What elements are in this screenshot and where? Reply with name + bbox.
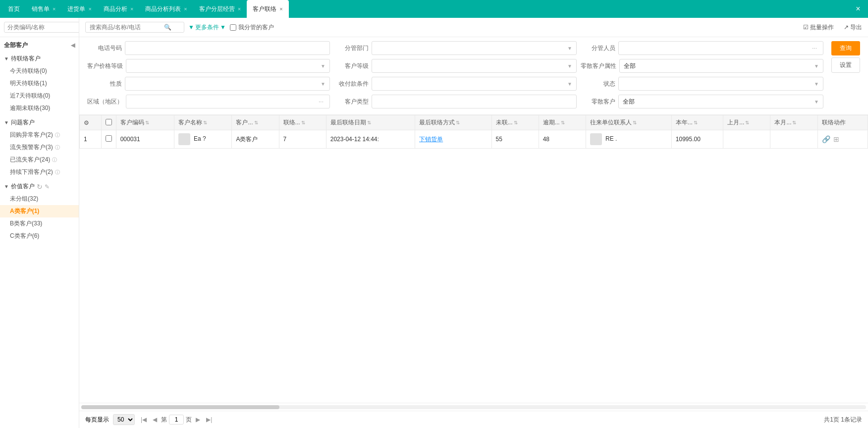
- phone-input[interactable]: [125, 41, 330, 55]
- dept-field: 分管部门 ▼: [334, 41, 577, 55]
- sidebar-item-churn-warning[interactable]: 流失预警客户(3) ⓘ: [0, 141, 79, 154]
- status-select[interactable]: ▼: [618, 77, 823, 91]
- customer-level-select[interactable]: ▼: [372, 59, 577, 73]
- close-customer-tier-tab[interactable]: ×: [238, 6, 241, 12]
- nature-select[interactable]: ▼: [125, 77, 330, 91]
- page-size-select[interactable]: 50: [113, 414, 135, 425]
- close-all-button[interactable]: ×: [852, 3, 864, 15]
- sort-this-year-icon[interactable]: ⇅: [694, 120, 698, 125]
- sidebar-item-class-c[interactable]: C类客户(6): [0, 230, 79, 242]
- sidebar-item-abnormal[interactable]: 回购异常客户(2) ⓘ: [0, 129, 79, 141]
- cell-checkbox[interactable]: [101, 130, 116, 149]
- problem-customers-title[interactable]: ▼ 问题客户: [0, 116, 79, 129]
- customer-type-label: 客户类型: [334, 98, 369, 106]
- pending-contact-title[interactable]: ▼ 待联络客户: [0, 53, 79, 65]
- sidebar-item-7days[interactable]: 近7天待联络(0): [0, 90, 79, 102]
- contact-action-icon[interactable]: 🔗: [822, 135, 830, 143]
- top-nav: 首页 销售单 × 进货单 × 商品分析 × 商品分析列表 × 客户分层经营 × …: [0, 0, 868, 18]
- sort-this-month-icon[interactable]: ⇅: [792, 120, 796, 125]
- refresh-icon[interactable]: ↻: [37, 183, 43, 191]
- page-first-btn[interactable]: |◀: [139, 416, 149, 423]
- customer-table: ⚙ 客户编码 ⇅ 客户名称: [79, 115, 868, 149]
- th-checkbox[interactable]: [101, 115, 116, 130]
- last-contact-method-link[interactable]: 下销货单: [419, 136, 443, 143]
- query-button[interactable]: 查询: [831, 41, 860, 55]
- region-dots-icon[interactable]: ···: [317, 98, 326, 105]
- horizontal-scrollbar[interactable]: [79, 403, 868, 411]
- filter-search-input[interactable]: [90, 24, 164, 31]
- retail-attr-select[interactable]: 全部 ▼: [619, 59, 823, 73]
- nav-sales[interactable]: 销售单 ×: [26, 0, 61, 18]
- nav-product-analysis-list[interactable]: 商品分析列表 ×: [139, 0, 193, 18]
- th-contacts-label: 往来单位联系人: [590, 118, 632, 127]
- batch-op-btn[interactable]: ☑ 批量操作: [803, 23, 834, 32]
- my-customers-checkbox[interactable]: [230, 24, 236, 31]
- sidebar-collapse-icon[interactable]: ◀: [71, 42, 75, 49]
- setting-button[interactable]: 设置: [831, 57, 860, 73]
- page-next-btn[interactable]: ▶: [194, 416, 202, 423]
- nature-arrow-icon: ▼: [321, 81, 326, 87]
- filter-search-icon[interactable]: 🔍: [164, 24, 171, 31]
- th-contact-count-label: 联络...: [283, 118, 300, 127]
- close-product-list-tab[interactable]: ×: [184, 6, 187, 12]
- cell-last-contact-date: 2023-04-12 14:44:: [326, 130, 415, 149]
- page-prev-btn[interactable]: ◀: [151, 416, 159, 423]
- more-filters-btn[interactable]: ▼ 更多条件 ▼: [188, 23, 226, 32]
- sidebar-search-container: 🔍: [0, 18, 79, 37]
- close-purchase-tab[interactable]: ×: [88, 6, 91, 12]
- sidebar-item-declining[interactable]: 持续下滑客户(2) ⓘ: [0, 166, 79, 178]
- close-customer-contact-tab[interactable]: ×: [279, 6, 282, 12]
- close-sales-tab[interactable]: ×: [53, 6, 55, 12]
- edit-icon[interactable]: ✎: [45, 183, 50, 190]
- scrollbar-thumb[interactable]: [81, 405, 279, 409]
- sidebar-item-class-a[interactable]: A类客户(1): [0, 205, 79, 217]
- sidebar-item-unclassified[interactable]: 未分组(32): [0, 193, 79, 205]
- filter-row-3: 性质 ▼ 收付款条件 ▼: [87, 77, 823, 91]
- sidebar-item-today[interactable]: 今天待联络(0): [0, 65, 79, 77]
- page-number-input[interactable]: [169, 415, 184, 425]
- sort-last-contact-date-icon[interactable]: ⇅: [367, 120, 371, 125]
- sort-customer-type-icon[interactable]: ⇅: [254, 120, 258, 125]
- sort-last-month-icon[interactable]: ⇅: [745, 120, 749, 125]
- sort-contacts-icon[interactable]: ⇅: [633, 120, 637, 125]
- page-last-btn[interactable]: ▶|: [204, 416, 214, 423]
- sidebar-item-class-b[interactable]: B类客户(33): [0, 217, 79, 230]
- customer-type-input[interactable]: [372, 95, 577, 108]
- sort-last-contact-method-icon[interactable]: ⇅: [456, 120, 460, 125]
- manager-dots-icon[interactable]: ···: [810, 45, 819, 52]
- nav-customer-contact[interactable]: 客户联络 ×: [247, 0, 288, 18]
- sort-uncontacted-icon[interactable]: ⇅: [514, 120, 518, 125]
- nav-product-analysis[interactable]: 商品分析 ×: [98, 0, 139, 18]
- export-btn[interactable]: ↗ 导出: [844, 23, 862, 32]
- nav-home[interactable]: 首页: [4, 0, 26, 18]
- sidebar-item-churned[interactable]: 已流失客户(24) ⓘ: [0, 154, 79, 166]
- grid-action-icon[interactable]: ⊞: [833, 135, 839, 143]
- row-checkbox[interactable]: [106, 135, 112, 142]
- customer-level-field: 客户等级 ▼: [334, 59, 577, 73]
- scrollbar-track[interactable]: [81, 405, 866, 409]
- dept-select[interactable]: ▼: [372, 41, 577, 55]
- th-settings[interactable]: ⚙: [80, 115, 102, 130]
- sort-overdue-icon[interactable]: ⇅: [561, 120, 565, 125]
- customer-level-label: 客户等级: [334, 62, 369, 70]
- manager-input[interactable]: ···: [618, 41, 823, 55]
- retail-customer-select[interactable]: 全部 ▼: [618, 95, 823, 108]
- sidebar-item-overdue[interactable]: 逾期未联络(30): [0, 102, 79, 114]
- th-last-contact-date-label: 最后联络日期: [330, 118, 366, 127]
- nav-customer-tier[interactable]: 客户分层经营 ×: [193, 0, 247, 18]
- close-product-analysis-tab[interactable]: ×: [130, 6, 133, 12]
- sidebar-item-tomorrow[interactable]: 明天待联络(1): [0, 77, 79, 90]
- nav-purchase[interactable]: 进货单 ×: [61, 0, 97, 18]
- value-customers-title[interactable]: ▼ 价值客户 ↻ ✎: [0, 180, 79, 193]
- select-all-checkbox[interactable]: [106, 119, 112, 125]
- sort-contact-count-icon[interactable]: ⇅: [301, 120, 305, 125]
- sort-name-icon[interactable]: ⇅: [203, 120, 207, 125]
- sort-code-icon[interactable]: ⇅: [145, 120, 149, 125]
- price-level-select[interactable]: ▼: [126, 59, 330, 73]
- sidebar-search-input[interactable]: [4, 22, 79, 33]
- th-last-contact-method-label: 最后联络方式: [419, 118, 455, 127]
- th-this-month: 本月... ⇅: [770, 115, 817, 130]
- dept-arrow-icon: ▼: [567, 46, 572, 51]
- payment-select[interactable]: ▼: [372, 77, 577, 91]
- region-input[interactable]: ···: [126, 95, 330, 108]
